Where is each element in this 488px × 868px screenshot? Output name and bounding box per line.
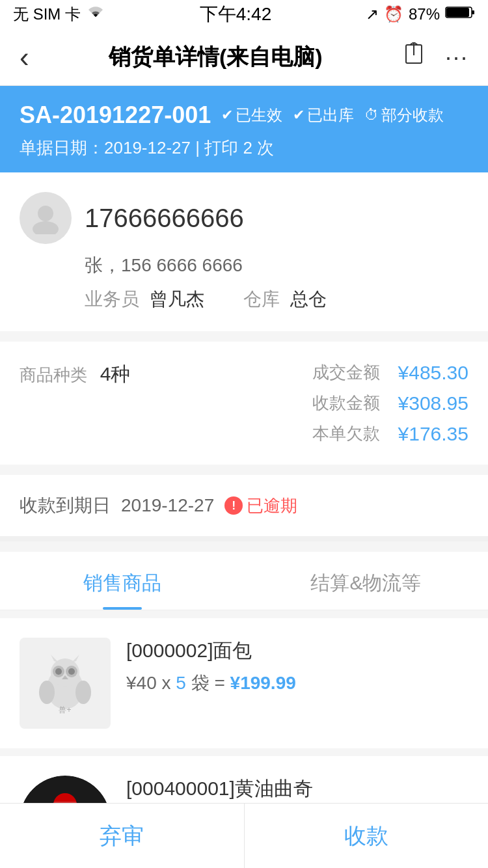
avatar bbox=[20, 192, 72, 244]
due-date: 2019-12-27 bbox=[121, 495, 214, 516]
tabs-section: 销售商品 结算&物流等 bbox=[0, 552, 488, 610]
sim-status: 无 SIM 卡 bbox=[13, 4, 81, 25]
back-button[interactable]: ‹ bbox=[20, 41, 29, 74]
status-left: 无 SIM 卡 bbox=[13, 4, 105, 25]
product-image-1: 兽+ bbox=[20, 638, 111, 729]
product-types-label: 商品种类 bbox=[20, 365, 87, 385]
customer-info-row: 业务员 曾凡杰 仓库 总仓 bbox=[20, 287, 468, 312]
debt-amount-row: 本单欠款 ¥176.35 bbox=[312, 422, 468, 445]
amounts-section: 商品种类 4种 成交金额 ¥485.30 收款金额 ¥308.95 本单欠款 ¥… bbox=[0, 342, 488, 465]
collected-value: ¥308.95 bbox=[390, 392, 468, 414]
page-title: 销货单详情(来自电脑) bbox=[109, 42, 323, 72]
collected-amount-row: 收款金额 ¥308.95 bbox=[312, 392, 468, 414]
order-id-row: SA-20191227-001 ✔ 已生效 ✔ 已出库 ⏱ 部分收款 bbox=[20, 102, 468, 129]
product-item-1: 兽+ [0000002]面包 ¥40 x 5 袋 = ¥199.99 bbox=[0, 618, 488, 748]
overdue-icon: ! bbox=[224, 496, 243, 515]
debt-label: 本单欠款 bbox=[312, 422, 380, 445]
customer-id: 17666666666 bbox=[85, 204, 244, 233]
location-icon: ↗ bbox=[366, 5, 379, 23]
deal-label: 成交金额 bbox=[312, 361, 380, 384]
svg-rect-2 bbox=[472, 10, 474, 14]
product-price-row-1: ¥40 x 5 袋 = ¥199.99 bbox=[126, 671, 468, 696]
nav-actions: ··· bbox=[402, 42, 468, 72]
warehouse-label: 仓库 bbox=[243, 289, 280, 309]
section-divider-1 bbox=[0, 331, 488, 342]
order-meta: 单据日期：2019-12-27 | 打印 2 次 bbox=[20, 137, 468, 159]
due-section: 收款到期日 2019-12-27 ! 已逾期 bbox=[0, 475, 488, 541]
deal-value: ¥485.30 bbox=[390, 362, 468, 384]
svg-point-17 bbox=[39, 681, 55, 704]
product-info-1: [0000002]面包 ¥40 x 5 袋 = ¥199.99 bbox=[126, 638, 468, 696]
order-id: SA-20191227-001 bbox=[20, 102, 211, 129]
salesperson-label: 业务员 bbox=[85, 289, 139, 309]
status-time: 下午4:42 bbox=[200, 2, 272, 27]
customer-name-phone: 张，156 6666 6666 bbox=[20, 253, 468, 278]
order-header: SA-20191227-001 ✔ 已生效 ✔ 已出库 ⏱ 部分收款 单据日期：… bbox=[0, 86, 488, 172]
tab-sales-products[interactable]: 销售商品 bbox=[0, 552, 244, 610]
customer-top: 17666666666 bbox=[20, 192, 468, 244]
svg-point-12 bbox=[55, 668, 62, 675]
warehouse-value: 总仓 bbox=[290, 289, 327, 309]
debt-value: ¥176.35 bbox=[390, 423, 468, 445]
check-icon-2: ✔ bbox=[293, 107, 305, 124]
svg-rect-1 bbox=[446, 8, 469, 17]
battery-level: 87% bbox=[409, 5, 440, 23]
amounts-right: 成交金额 ¥485.30 收款金额 ¥308.95 本单欠款 ¥176.35 bbox=[312, 361, 468, 445]
salesperson-value: 曾凡杰 bbox=[150, 289, 204, 309]
tab-settlement-logistics[interactable]: 结算&物流等 bbox=[244, 552, 488, 610]
overdue-text: 已逾期 bbox=[247, 495, 297, 517]
badge-effective: ✔ 已生效 bbox=[221, 105, 282, 126]
reject-button[interactable]: 弃审 bbox=[0, 804, 245, 868]
nav-bar: ‹ 销货单详情(来自电脑) ··· bbox=[0, 29, 488, 86]
wifi-icon bbox=[86, 5, 105, 23]
product-types-value: 4种 bbox=[100, 363, 131, 385]
bottom-bar: 弃审 收款 bbox=[0, 803, 488, 868]
check-icon: ✔ bbox=[221, 107, 233, 124]
due-label: 收款到期日 bbox=[20, 493, 111, 518]
badge-shipped: ✔ 已出库 bbox=[293, 105, 354, 126]
collected-label: 收款金额 bbox=[312, 392, 380, 414]
share-button[interactable] bbox=[402, 42, 426, 72]
customer-section: 17666666666 张，156 6666 6666 业务员 曾凡杰 仓库 总… bbox=[0, 172, 488, 331]
more-button[interactable]: ··· bbox=[445, 44, 468, 71]
product-name-2: [000400001]黄油曲奇 bbox=[126, 776, 468, 802]
battery-icon bbox=[445, 5, 475, 23]
deal-amount-row: 成交金额 ¥485.30 bbox=[312, 361, 468, 384]
collect-button[interactable]: 收款 bbox=[245, 804, 489, 868]
status-right: ↗ ⏰ 87% bbox=[366, 5, 475, 23]
svg-point-6 bbox=[33, 221, 59, 234]
svg-point-13 bbox=[68, 668, 75, 675]
svg-text:兽+: 兽+ bbox=[59, 705, 71, 714]
clock-icon: ⏱ bbox=[364, 107, 379, 124]
svg-point-18 bbox=[75, 681, 91, 704]
product-name-1: [0000002]面包 bbox=[126, 638, 468, 664]
alarm-icon: ⏰ bbox=[384, 5, 403, 23]
overdue-badge: ! 已逾期 bbox=[224, 495, 297, 517]
badge-partial: ⏱ 部分收款 bbox=[364, 105, 444, 126]
status-bar: 无 SIM 卡 下午4:42 ↗ ⏰ 87% bbox=[0, 0, 488, 29]
amounts-left: 商品种类 4种 bbox=[20, 361, 130, 388]
svg-point-5 bbox=[38, 206, 53, 221]
